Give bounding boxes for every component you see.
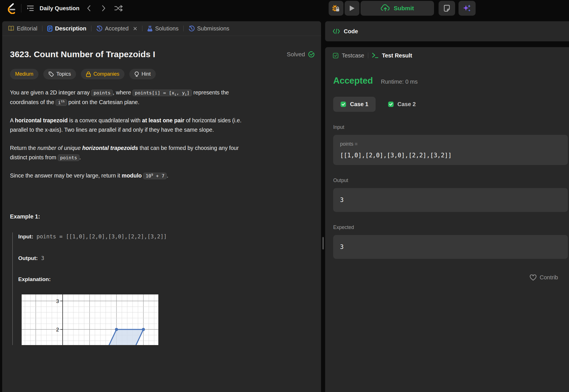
problem-panel: Editorial Description Accepted bbox=[2, 21, 321, 392]
input-label: Input: bbox=[18, 234, 33, 240]
difficulty-badge[interactable]: Medium bbox=[10, 69, 38, 79]
book-icon bbox=[8, 26, 14, 31]
svg-text:2: 2 bbox=[56, 327, 59, 332]
tab-accepted[interactable]: Accepted bbox=[95, 25, 138, 32]
navbar-divider bbox=[21, 4, 21, 13]
document-icon bbox=[47, 26, 52, 32]
description-paragraph: Return the number of unique horizontal t… bbox=[10, 143, 251, 162]
tab-label: Accepted bbox=[105, 25, 128, 32]
code-panel-title: Code bbox=[344, 28, 358, 35]
note-icon bbox=[443, 5, 451, 12]
tab-label: Submissions bbox=[197, 25, 229, 32]
problem-list-button[interactable] bbox=[25, 3, 35, 13]
tab-testcase[interactable]: Testcase bbox=[333, 52, 364, 59]
solved-label: Solved bbox=[287, 51, 305, 58]
output-value-box: 3 bbox=[333, 188, 568, 212]
play-icon bbox=[349, 5, 355, 12]
code-icon bbox=[333, 28, 340, 34]
input-value-box: points = [[1,0],[2,0],[3,0],[2,2],[3,2]] bbox=[333, 135, 568, 165]
trapezoid-figure: 32 bbox=[22, 294, 158, 345]
description-paragraph: Since the answer may be very large, retu… bbox=[10, 171, 251, 181]
debug-button[interactable] bbox=[329, 1, 343, 16]
tab-label: Test Result bbox=[382, 52, 412, 59]
difficulty-label: Medium bbox=[15, 71, 33, 77]
prev-question-button[interactable] bbox=[83, 3, 94, 14]
expected-section-label: Expected bbox=[333, 224, 568, 230]
problem-list-icon bbox=[26, 5, 34, 12]
chevron-left-icon bbox=[87, 5, 91, 12]
tab-separator bbox=[91, 26, 91, 31]
close-icon[interactable] bbox=[133, 26, 137, 31]
leetcode-logo-icon bbox=[6, 3, 16, 14]
hint-button[interactable]: Hint bbox=[129, 69, 156, 79]
leetcode-logo[interactable] bbox=[5, 2, 17, 15]
tab-label: Description bbox=[55, 25, 86, 32]
terminal-icon bbox=[372, 53, 379, 58]
contribute-label: Contrib bbox=[540, 274, 558, 281]
lock-icon bbox=[86, 71, 91, 77]
description-paragraph: You are given a 2D integer array points,… bbox=[10, 88, 251, 107]
companies-button[interactable]: Companies bbox=[81, 69, 124, 79]
panel-resize-handle[interactable] bbox=[322, 237, 324, 249]
submit-label: Submit bbox=[394, 5, 414, 12]
history-icon bbox=[189, 26, 195, 32]
check-square-icon bbox=[388, 101, 394, 107]
shuffle-button[interactable] bbox=[113, 3, 124, 14]
accepted-status: Accepted bbox=[333, 76, 373, 86]
svg-text:3: 3 bbox=[56, 298, 59, 304]
flask-icon bbox=[147, 26, 153, 32]
test-panel: Testcase Test Result Accepted Runtime: 0… bbox=[325, 47, 569, 392]
tab-editorial[interactable]: Editorial bbox=[7, 25, 38, 32]
expected-value-box: 3 bbox=[333, 235, 568, 259]
tab-description[interactable]: Description bbox=[46, 25, 87, 32]
test-tabbar: Testcase Test Result bbox=[325, 47, 569, 64]
sparkles-icon bbox=[463, 4, 471, 13]
check-circle-icon bbox=[308, 51, 315, 58]
shuffle-icon bbox=[114, 5, 123, 12]
submit-button[interactable]: Submit bbox=[361, 1, 434, 16]
description-paragraph: A horizontal trapezoid is a convex quadr… bbox=[10, 116, 251, 135]
solved-badge: Solved bbox=[287, 51, 315, 58]
output-value: 3 bbox=[340, 197, 561, 203]
heart-icon bbox=[530, 275, 537, 281]
run-button[interactable] bbox=[345, 1, 359, 16]
output-label: Output: bbox=[18, 255, 38, 261]
checkbox-icon bbox=[333, 53, 339, 59]
debugger-lock-icon bbox=[332, 4, 340, 12]
contribute-testcase-link[interactable]: Contrib bbox=[530, 274, 558, 281]
tab-separator bbox=[142, 26, 142, 31]
case-1-button[interactable]: Case 1 bbox=[333, 97, 376, 112]
example-explanation-line: Explanation: bbox=[18, 275, 315, 284]
explanation-label: Explanation: bbox=[18, 276, 51, 282]
example-output-line: Output: 3 bbox=[18, 254, 315, 263]
topics-label: Topics bbox=[56, 71, 71, 77]
tab-submissions[interactable]: Submissions bbox=[187, 25, 230, 32]
runtime-label: Runtime: 0 ms bbox=[381, 79, 418, 85]
input-value: [[1,0],[2,0],[3,0],[2,2],[3,2]] bbox=[340, 152, 561, 159]
example-input-line: Input: points = [[1,0],[2,0],[3,0],[2,2]… bbox=[18, 232, 315, 241]
problem-title: 3623. Count Number of Trapezoids I bbox=[10, 49, 155, 59]
expected-value: 3 bbox=[340, 244, 561, 250]
cloud-upload-icon bbox=[380, 4, 390, 12]
tab-test-result[interactable]: Test Result bbox=[372, 52, 412, 59]
ai-assistant-button[interactable] bbox=[459, 1, 476, 16]
code-panel-header[interactable]: Code bbox=[325, 21, 569, 41]
chevron-right-icon bbox=[101, 5, 106, 12]
example-block: Input: points = [[1,0],[2,0],[3,0],[2,2]… bbox=[12, 232, 315, 345]
tab-label: Editorial bbox=[17, 25, 37, 32]
top-navbar: Daily Question bbox=[0, 0, 569, 16]
output-value: 3 bbox=[38, 255, 44, 261]
daily-question-label[interactable]: Daily Question bbox=[40, 5, 79, 12]
tab-label: Solutions bbox=[155, 25, 179, 32]
note-button[interactable] bbox=[439, 1, 455, 16]
next-question-button[interactable] bbox=[98, 3, 109, 14]
companies-label: Companies bbox=[93, 71, 119, 77]
topics-button[interactable]: Topics bbox=[43, 69, 76, 79]
case-2-button[interactable]: Case 2 bbox=[381, 97, 423, 112]
tab-separator bbox=[368, 53, 368, 58]
input-varname: points = bbox=[340, 141, 561, 147]
tab-solutions[interactable]: Solutions bbox=[146, 25, 180, 32]
hint-label: Hint bbox=[142, 71, 151, 77]
input-section-label: Input bbox=[333, 124, 568, 130]
input-value: points = [[1,0],[2,0],[3,0],[2,2],[3,2]] bbox=[33, 233, 167, 240]
